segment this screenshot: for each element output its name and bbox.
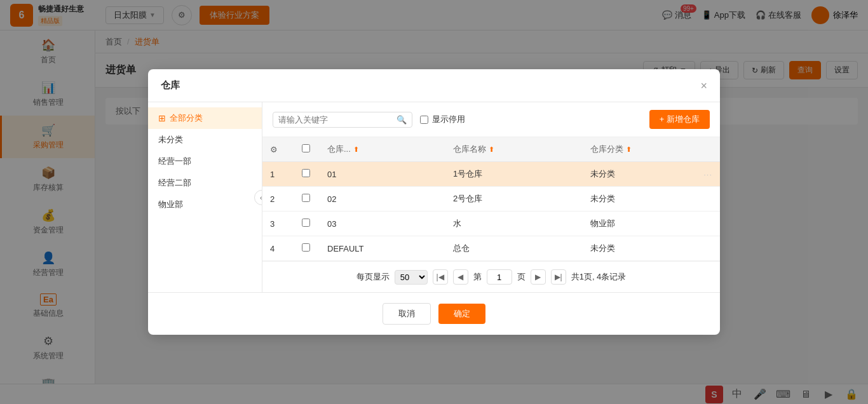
row-name: 2号仓库: [445, 187, 583, 212]
row-category: 物业部: [583, 212, 720, 236]
col-name: 仓库名称⬆: [445, 137, 583, 162]
cat-item-unclassified[interactable]: 未分类: [148, 129, 262, 151]
col-category: 仓库分类⬆: [583, 137, 720, 162]
page-end-label: 页: [517, 271, 526, 283]
sort-icon-code: ⬆: [353, 145, 359, 153]
row-checkbox-cell: [294, 212, 320, 236]
dialog-body: ⊞ 全部分类 未分类 经营一部 经营二部 物业部 «: [148, 102, 720, 292]
row-checkbox-cell: [294, 162, 320, 187]
row-code: DEFAULT: [320, 236, 445, 261]
pagination: 每页显示 50 100 200 |◀ ◀ 第 页 ▶ ▶| 共1页, 4条记录: [262, 261, 720, 292]
row-index: 3: [262, 212, 294, 236]
confirm-button[interactable]: 确定: [438, 304, 485, 324]
cat-item-dept1[interactable]: 经营一部: [148, 151, 262, 172]
row-category: 未分类 ···: [583, 162, 720, 186]
col-checkbox: [294, 137, 320, 162]
cat-item-property[interactable]: 物业部: [148, 194, 262, 215]
row-name: 水: [445, 212, 583, 236]
row-checkbox[interactable]: [302, 219, 310, 227]
dialog-close-button[interactable]: ×: [700, 80, 707, 91]
page-number-input[interactable]: [487, 269, 512, 285]
per-page-select[interactable]: 50 100 200: [395, 270, 428, 285]
row-name: 总仓: [445, 236, 583, 261]
per-page-label: 每页显示: [356, 271, 390, 283]
warehouse-dialog: 仓库 × ⊞ 全部分类 未分类 经营一部 经营二部: [148, 69, 720, 335]
table-header-row: ⚙ 仓库...⬆ 仓库名称⬆: [262, 137, 720, 162]
row-checkbox[interactable]: [302, 194, 310, 202]
row-code: 03: [320, 212, 445, 236]
row-checkbox-cell: [294, 236, 320, 261]
row-checkbox[interactable]: [302, 169, 310, 177]
grid-icon: ⊞: [158, 113, 166, 123]
row-code: 01: [320, 162, 445, 187]
search-icon: 🔍: [397, 115, 407, 125]
page-last-button[interactable]: ▶|: [551, 269, 566, 285]
col-code: 仓库...⬆: [320, 137, 445, 162]
col-settings: ⚙: [262, 137, 294, 162]
show-disabled-checkbox[interactable]: [420, 116, 428, 124]
row-actions-icon[interactable]: ···: [703, 170, 712, 179]
search-box: 🔍: [273, 112, 412, 128]
cat-item-dept2[interactable]: 经营二部: [148, 172, 262, 194]
cat-label-property: 物业部: [158, 199, 183, 210]
dialog-overlay: 仓库 × ⊞ 全部分类 未分类 经营一部 经营二部: [0, 0, 868, 404]
page-next-button[interactable]: ▶: [531, 269, 546, 285]
cancel-button[interactable]: 取消: [383, 303, 431, 325]
cat-label-all: 全部分类: [170, 112, 203, 124]
total-label: 共1页, 4条记录: [571, 271, 627, 283]
table-row[interactable]: 1 01 1号仓库 未分类 ···: [262, 162, 720, 187]
table-row[interactable]: 3 03 水 物业部: [262, 212, 720, 236]
row-index: 4: [262, 236, 294, 261]
row-name: 1号仓库: [445, 162, 583, 187]
row-index: 2: [262, 187, 294, 212]
sort-icon-category: ⬆: [626, 145, 632, 153]
cat-label-unclassified: 未分类: [158, 134, 183, 145]
cat-label-dept1: 经营一部: [158, 156, 191, 167]
row-index: 1: [262, 162, 294, 187]
dialog-header: 仓库 ×: [148, 69, 720, 102]
table-body: 1 01 1号仓库 未分类 ···: [262, 162, 720, 261]
row-checkbox-cell: [294, 187, 320, 212]
cat-item-all[interactable]: ⊞ 全部分类: [148, 107, 262, 129]
add-warehouse-button[interactable]: + 新增仓库: [649, 110, 710, 129]
page-first-button[interactable]: |◀: [433, 269, 448, 285]
warehouse-table: ⚙ 仓库...⬆ 仓库名称⬆: [262, 137, 720, 261]
dialog-footer: 取消 确定: [148, 292, 720, 335]
dialog-title: 仓库: [161, 79, 180, 91]
table-area: 🔍 显示停用 + 新增仓库 ⚙: [262, 102, 720, 292]
row-category: 未分类: [583, 236, 720, 261]
cat-label-dept2: 经营二部: [158, 177, 191, 189]
search-input[interactable]: [278, 115, 393, 125]
table-row[interactable]: 4 DEFAULT 总仓 未分类: [262, 236, 720, 261]
data-table: ⚙ 仓库...⬆ 仓库名称⬆: [262, 137, 720, 261]
row-code: 02: [320, 187, 445, 212]
page-prev-button[interactable]: ◀: [453, 269, 468, 285]
show-disabled-label: 显示停用: [432, 114, 465, 125]
category-sidebar: ⊞ 全部分类 未分类 经营一部 经营二部 物业部 «: [148, 102, 262, 292]
select-all-checkbox[interactable]: [302, 144, 310, 152]
table-toolbar: 🔍 显示停用 + 新增仓库: [262, 102, 720, 137]
row-category: 未分类: [583, 187, 720, 212]
page-label: 第: [473, 271, 482, 283]
row-checkbox[interactable]: [302, 243, 310, 252]
table-row[interactable]: 2 02 2号仓库 未分类: [262, 187, 720, 212]
show-disabled-area: 显示停用: [420, 114, 465, 125]
sort-icon-name: ⬆: [489, 145, 494, 153]
